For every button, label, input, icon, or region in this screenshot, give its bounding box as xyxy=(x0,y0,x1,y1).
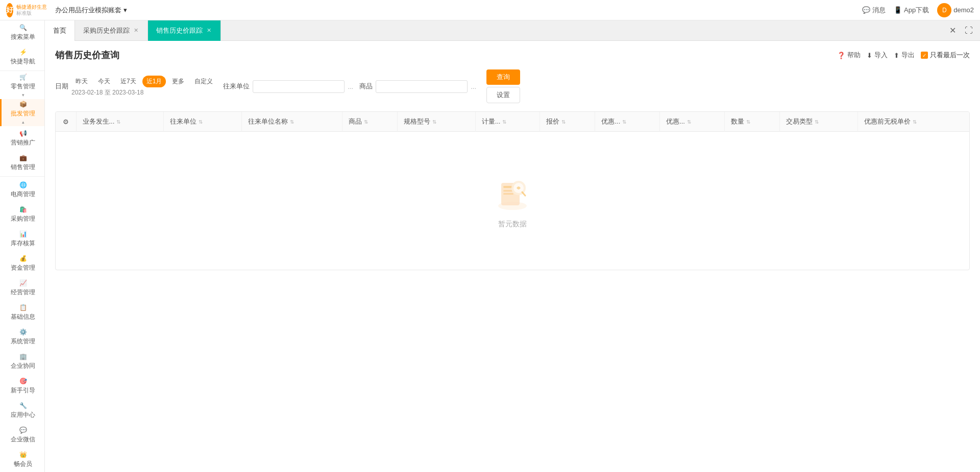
date-options-col: 昨天 今天 近7天 近1月 更多 自定义 2023-02-18 至 2023-0… xyxy=(71,76,217,97)
column-goods: 商品 ⇅ xyxy=(342,112,397,132)
date-options: 昨天 今天 近7天 近1月 更多 自定义 xyxy=(71,76,217,87)
column-gear[interactable]: ⚙ xyxy=(56,112,76,132)
message-icon: 💬 xyxy=(862,6,870,14)
sort-icon-7[interactable]: ⇅ xyxy=(561,119,566,125)
data-table: ⚙ 业务发生... ⇅ 往来单位 xyxy=(56,112,969,132)
sidebar-item-operations[interactable]: 📈 经营管理 xyxy=(0,276,44,300)
page-title: 销售历史价查询 xyxy=(55,49,119,61)
basic-icon: 📋 xyxy=(19,304,27,311)
help-icon: ❓ xyxy=(837,52,845,59)
sidebar-item-search[interactable]: 🔍 搜索菜单 xyxy=(0,20,44,45)
partner-dots: ... xyxy=(348,83,353,90)
purchase-icon: 🛍️ xyxy=(19,206,27,213)
table-header-row: ⚙ 业务发生... ⇅ 往来单位 xyxy=(56,112,969,132)
date-range-display: 2023-02-18 至 2023-03-18 xyxy=(71,88,217,97)
sidebar-item-system[interactable]: ⚙️ 系统管理 xyxy=(0,325,44,349)
filter-bar: 日期 昨天 今天 近7天 近1月 更多 自定义 2023-02-18 至 202… xyxy=(55,69,970,103)
empty-text: 暂元数据 xyxy=(498,220,527,229)
sort-icon-10[interactable]: ⇅ xyxy=(746,119,750,125)
last-only-checkbox[interactable]: ✓ 只看最后一次 xyxy=(921,51,970,60)
operations-icon: 📈 xyxy=(19,279,27,287)
workspace-selector[interactable]: 办公用品行业模拟账套 ▾ xyxy=(51,4,131,17)
settings-button[interactable]: 设置 xyxy=(486,87,520,103)
import-button[interactable]: ⬇ 导入 xyxy=(867,51,888,60)
chevron-up-icon: ▴ xyxy=(22,120,24,125)
finance-icon: 💰 xyxy=(19,255,27,262)
ecommerce-icon: 🌐 xyxy=(19,181,27,188)
appstore-icon: 🔧 xyxy=(19,402,27,409)
app-download-button[interactable]: 📱 App下载 xyxy=(894,6,929,15)
sidebar-divider xyxy=(0,70,44,71)
wechat-icon: 💬 xyxy=(19,427,27,434)
avatar: D xyxy=(937,3,951,17)
chevron-down-icon: ▾ xyxy=(22,92,24,98)
tab-home[interactable]: 首页 xyxy=(45,20,75,41)
marketing-icon: 📢 xyxy=(19,130,27,137)
guide-icon: 🎯 xyxy=(19,377,27,385)
goods-input[interactable] xyxy=(376,80,468,93)
message-button[interactable]: 💬 消息 xyxy=(862,6,886,15)
column-partner-code: 往来单位 ⇅ xyxy=(163,112,241,132)
shortcut-icon: ⚡ xyxy=(19,49,27,56)
import-icon: ⬇ xyxy=(867,52,872,59)
tab-sales[interactable]: 销售历史价跟踪 ✕ xyxy=(148,20,221,41)
sales-icon: 💼 xyxy=(19,154,27,161)
sort-icon-8[interactable]: ⇅ xyxy=(622,119,626,125)
column-discount1: 优惠... ⇅ xyxy=(595,112,660,132)
logo-icon: 好 xyxy=(6,3,13,17)
user-menu[interactable]: D demo2 xyxy=(937,3,974,17)
date-btn-today[interactable]: 今天 xyxy=(94,76,114,87)
page-actions: ❓ 帮助 ⬇ 导入 ⬆ 导出 ✓ 只看最后一次 xyxy=(837,51,970,60)
svg-rect-3 xyxy=(503,190,512,192)
column-trade-type: 交易类型 ⇅ xyxy=(779,112,857,132)
sidebar-item-vip[interactable]: 👑 畅会员 xyxy=(0,447,44,472)
sidebar-item-shortcut[interactable]: ⚡ 快捷导航 xyxy=(0,45,44,69)
svg-rect-4 xyxy=(503,193,513,195)
column-unit: 计量... ⇅ xyxy=(475,112,540,132)
sidebar-item-inventory[interactable]: 📊 库存核算 xyxy=(0,227,44,251)
close-all-tabs-button[interactable]: ✕ xyxy=(945,23,960,38)
page-content: 销售历史价查询 ❓ 帮助 ⬇ 导入 ⬆ 导出 xyxy=(45,41,980,472)
sidebar-item-sales[interactable]: 💼 销售管理 xyxy=(0,151,44,175)
sidebar-item-appstore[interactable]: 🔧 应用中心 xyxy=(0,398,44,423)
sidebar-item-marketing[interactable]: 📢 营销推广 xyxy=(0,126,44,151)
sort-icon-2[interactable]: ⇅ xyxy=(199,119,203,125)
sort-icon-6[interactable]: ⇅ xyxy=(502,119,506,125)
date-btn-7days[interactable]: 近7天 xyxy=(116,76,140,87)
sidebar-item-wechat[interactable]: 💬 企业微信 xyxy=(0,423,44,447)
date-btn-custom[interactable]: 自定义 xyxy=(190,76,217,87)
sidebar-item-guide[interactable]: 🎯 新手引导 xyxy=(0,374,44,398)
maximize-button[interactable]: ⛶ xyxy=(962,23,976,38)
goods-dots: ... xyxy=(471,83,476,90)
tab-bar-controls: ✕ ⛶ xyxy=(945,23,980,38)
top-bar: 好 畅捷通好生意 标准版 办公用品行业模拟账套 ▾ 💬 消息 📱 App下载 D… xyxy=(0,0,980,20)
date-btn-1month[interactable]: 近1月 xyxy=(142,76,166,87)
sort-icon-12[interactable]: ⇅ xyxy=(913,119,917,125)
partner-input[interactable] xyxy=(253,80,345,93)
help-button[interactable]: ❓ 帮助 xyxy=(837,51,861,60)
sidebar-item-basic[interactable]: 📋 基础信息 xyxy=(0,300,44,325)
sidebar-item-finance[interactable]: 💰 资金管理 xyxy=(0,251,44,276)
sidebar-divider-2 xyxy=(0,176,44,177)
sidebar-item-purchase[interactable]: 🛍️ 采购管理 xyxy=(0,202,44,227)
export-button[interactable]: ⬆ 导出 xyxy=(894,51,915,60)
tab-purchase[interactable]: 采购历史价跟踪 ✕ xyxy=(75,20,148,41)
sort-icon-9[interactable]: ⇅ xyxy=(687,119,691,125)
date-btn-more[interactable]: 更多 xyxy=(168,76,188,87)
column-spec: 规格型号 ⇅ xyxy=(397,112,475,132)
sort-icon-4[interactable]: ⇅ xyxy=(364,119,368,125)
sidebar-item-retail[interactable]: 🛒 零售管理 ▾ xyxy=(0,72,44,99)
vip-icon: 👑 xyxy=(19,451,27,458)
sort-icon-3[interactable]: ⇅ xyxy=(290,119,294,125)
sort-icon-5[interactable]: ⇅ xyxy=(432,119,436,125)
sidebar-item-wholesale[interactable]: 📦 批发管理 ▴ xyxy=(0,99,44,126)
date-label: 日期 xyxy=(55,82,68,91)
sort-icon-11[interactable]: ⇅ xyxy=(815,119,819,125)
sort-icon[interactable]: ⇅ xyxy=(116,119,120,125)
sidebar-item-ecommerce[interactable]: 🌐 电商管理 xyxy=(0,178,44,202)
sidebar-item-enterprise[interactable]: 🏢 企业协同 xyxy=(0,349,44,374)
query-button[interactable]: 查询 xyxy=(486,69,520,85)
tab-close-purchase[interactable]: ✕ xyxy=(133,26,139,35)
date-btn-yesterday[interactable]: 昨天 xyxy=(71,76,92,87)
tab-close-sales[interactable]: ✕ xyxy=(206,26,212,35)
